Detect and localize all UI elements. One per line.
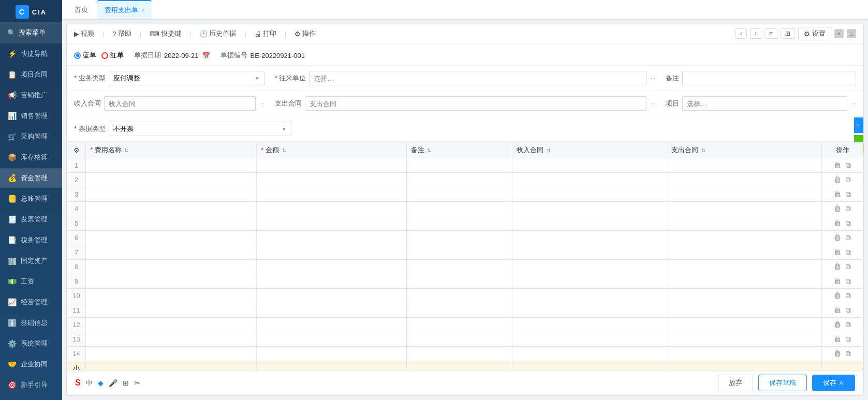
sidebar-item-new-user[interactable]: 🎯 新手引导 bbox=[0, 375, 62, 395]
amount-cell-11[interactable] bbox=[257, 303, 406, 318]
income-contract-cell-8[interactable] bbox=[512, 260, 667, 274]
note-cell-10[interactable] bbox=[406, 289, 512, 303]
copy-row-3-button[interactable]: ⧉ bbox=[844, 190, 852, 199]
expense-contract-cell-6[interactable] bbox=[667, 231, 822, 245]
income-contract-cell-6[interactable] bbox=[512, 231, 667, 245]
delete-row-5-button[interactable]: 🗑 bbox=[832, 219, 843, 227]
copy-row-10-button[interactable]: ⧉ bbox=[844, 291, 852, 300]
income-contract-cell-4[interactable] bbox=[512, 202, 667, 216]
sort-expense-name-icon[interactable]: ⇅ bbox=[124, 147, 128, 153]
amount-cell-3[interactable] bbox=[257, 187, 406, 202]
sidebar-item-payroll[interactable]: 💵 工资 bbox=[0, 271, 62, 292]
delete-row-7-button[interactable]: 🗑 bbox=[832, 248, 843, 256]
note-cell-14[interactable] bbox=[406, 347, 512, 361]
doc-num-value[interactable]: BE-20220921-001 bbox=[251, 52, 305, 60]
note-cell-2[interactable] bbox=[406, 173, 512, 187]
expense-name-cell-11[interactable] bbox=[86, 303, 257, 318]
copy-row-14-button[interactable]: ⧉ bbox=[844, 349, 852, 358]
note-cell-7[interactable] bbox=[406, 245, 512, 260]
note-cell-11[interactable] bbox=[406, 303, 512, 318]
expense-name-cell-9[interactable] bbox=[86, 274, 257, 289]
expense-contract-cell-8[interactable] bbox=[667, 260, 822, 274]
income-contract-cell-2[interactable] bbox=[512, 173, 667, 187]
expense-contract-cell-14[interactable] bbox=[667, 347, 822, 361]
copy-row-11-button[interactable]: ⧉ bbox=[844, 306, 852, 315]
sidebar-item-tax[interactable]: 📑 税务管理 bbox=[0, 230, 62, 250]
expense-name-cell-6[interactable] bbox=[86, 231, 257, 245]
expense-contract-input[interactable] bbox=[305, 96, 646, 111]
counterpart-input[interactable] bbox=[309, 71, 646, 85]
expense-contract-cell-9[interactable] bbox=[667, 274, 822, 289]
amount-cell-4[interactable] bbox=[257, 202, 406, 216]
radio-blue[interactable]: 蓝单 bbox=[74, 51, 96, 60]
list-view-button[interactable]: ≡ bbox=[764, 28, 777, 39]
window-close-button[interactable]: × bbox=[834, 29, 844, 38]
amount-cell-7[interactable] bbox=[257, 245, 406, 260]
mic-icon[interactable]: 🎤 bbox=[109, 379, 117, 387]
sidebar-item-marketing[interactable]: 📢 营销推广 bbox=[0, 85, 62, 106]
sidebar-item-accounting[interactable]: 📒 总账管理 bbox=[0, 188, 62, 209]
copy-row-4-button[interactable]: ⧉ bbox=[844, 204, 852, 213]
expense-name-cell-14[interactable] bbox=[86, 347, 257, 361]
sougou-icon[interactable]: S bbox=[75, 378, 81, 388]
copy-row-1-button[interactable]: ⧉ bbox=[844, 161, 852, 170]
income-contract-cell-14[interactable] bbox=[512, 347, 667, 361]
delete-row-11-button[interactable]: 🗑 bbox=[832, 306, 843, 314]
save-draft-button[interactable]: 保存草稿 bbox=[758, 375, 807, 391]
note-cell-6[interactable] bbox=[406, 231, 512, 245]
expense-name-cell-4[interactable] bbox=[86, 202, 257, 216]
expense-contract-cell-4[interactable] bbox=[667, 202, 822, 216]
discard-button[interactable]: 放弃 bbox=[718, 375, 753, 391]
expense-contract-cell-10[interactable] bbox=[667, 289, 822, 303]
expense-name-cell-10[interactable] bbox=[86, 289, 257, 303]
delete-row-10-button[interactable]: 🗑 bbox=[832, 291, 843, 300]
date-value[interactable]: 2022-09-21 bbox=[164, 52, 199, 60]
sidebar-item-basic-info[interactable]: ℹ️ 基础信息 bbox=[0, 313, 62, 333]
sidebar-item-inventory[interactable]: 📦 库存核算 bbox=[0, 147, 62, 168]
income-contract-cell-13[interactable] bbox=[512, 332, 667, 347]
deco-btn-1[interactable]: ≡ bbox=[854, 117, 863, 133]
expense-name-cell-13[interactable] bbox=[86, 332, 257, 347]
sidebar-item-invoice[interactable]: 🧾 发票管理 bbox=[0, 209, 62, 230]
sort-amount-icon[interactable]: ⇅ bbox=[282, 147, 286, 153]
save-button[interactable]: 保存 ∧ bbox=[812, 375, 855, 391]
delete-row-14-button[interactable]: 🗑 bbox=[832, 349, 843, 358]
delete-row-12-button[interactable]: 🗑 bbox=[832, 320, 843, 329]
expense-contract-cell-1[interactable] bbox=[667, 158, 822, 173]
amount-cell-8[interactable] bbox=[257, 260, 406, 274]
tab-close-icon[interactable]: × bbox=[141, 7, 144, 13]
note-cell-12[interactable] bbox=[406, 318, 512, 332]
toolbar-video[interactable]: ▶ 视频 bbox=[74, 29, 94, 38]
expense-contract-cell-7[interactable] bbox=[667, 245, 822, 260]
income-contract-cell-11[interactable] bbox=[512, 303, 667, 318]
expense-contract-cell-12[interactable] bbox=[667, 318, 822, 332]
delete-row-8-button[interactable]: 🗑 bbox=[832, 262, 843, 271]
sidebar-item-fixed-assets[interactable]: 🏢 固定资产 bbox=[0, 250, 62, 271]
toolbar-print[interactable]: 🖨 打印 bbox=[255, 29, 276, 38]
sidebar-item-purchase[interactable]: 🛒 采购管理 bbox=[0, 126, 62, 147]
expense-name-cell-3[interactable] bbox=[86, 187, 257, 202]
sidebar-item-search[interactable]: 🔍 搜索菜单 bbox=[0, 22, 62, 43]
settings-button[interactable]: ⚙ 设置 bbox=[798, 27, 831, 40]
toolbar-shortcuts[interactable]: ⌨ 快捷键 bbox=[150, 29, 181, 38]
copy-row-9-button[interactable]: ⧉ bbox=[844, 277, 852, 286]
delete-row-13-button[interactable]: 🗑 bbox=[832, 335, 843, 343]
delete-row-9-button[interactable]: 🗑 bbox=[832, 277, 843, 285]
grid-icon[interactable]: ⊞ bbox=[123, 379, 129, 387]
note-cell-1[interactable] bbox=[406, 158, 512, 173]
copy-row-12-button[interactable]: ⧉ bbox=[844, 320, 852, 329]
delete-row-3-button[interactable]: 🗑 bbox=[832, 190, 843, 198]
sidebar-item-system[interactable]: ⚙️ 系统管理 bbox=[0, 333, 62, 354]
expense-contract-dots[interactable]: ··· bbox=[651, 100, 655, 107]
note-cell-8[interactable] bbox=[406, 260, 512, 274]
calendar-icon[interactable]: 📅 bbox=[202, 52, 210, 60]
amount-cell-13[interactable] bbox=[257, 332, 406, 347]
income-contract-cell-12[interactable] bbox=[512, 318, 667, 332]
note-cell-13[interactable] bbox=[406, 332, 512, 347]
col-gear[interactable]: ⚙ bbox=[67, 142, 86, 158]
copy-row-5-button[interactable]: ⧉ bbox=[844, 219, 852, 228]
expense-name-cell-2[interactable] bbox=[86, 173, 257, 187]
copy-row-2-button[interactable]: ⧉ bbox=[844, 175, 852, 184]
note-input[interactable] bbox=[682, 71, 856, 85]
amount-cell-6[interactable] bbox=[257, 231, 406, 245]
